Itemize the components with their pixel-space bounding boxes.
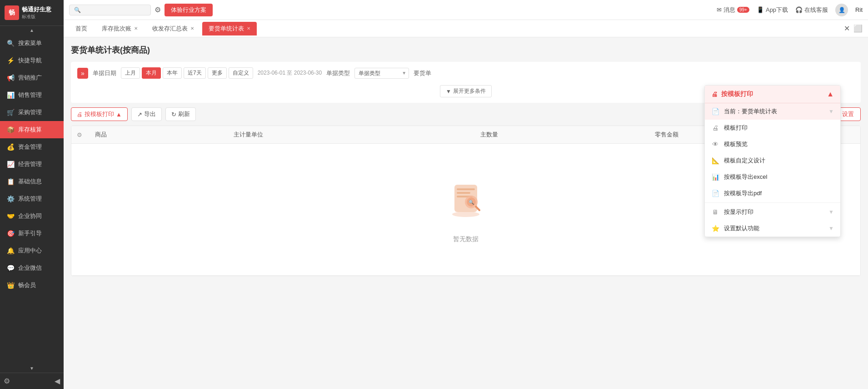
sidebar-item-enterprise[interactable]: 🤝 企业协同 bbox=[0, 207, 64, 225]
sidebar: 畅 畅通好生意 标准版 ▲ 🔍 搜索菜单 ⚡ 快捷导航 📢 营销推广 📊 销售管… bbox=[0, 0, 64, 389]
export-button[interactable]: ↗ 导出 bbox=[131, 107, 162, 121]
dropdown-item-template-preview[interactable]: 👁 模板预览 bbox=[705, 136, 840, 152]
dropdown-display-print-arrow: ▼ bbox=[828, 209, 834, 215]
date-btn-7days[interactable]: 近7天 bbox=[184, 67, 206, 79]
date-label: 单据日期 bbox=[93, 69, 116, 77]
print-dropdown-arrow: ▲ bbox=[116, 111, 122, 118]
dropdown-item-current[interactable]: 📄 当前：要货单统计表 ▼ bbox=[705, 103, 840, 120]
sidebar-item-wechat[interactable]: 💬 企业微信 bbox=[0, 259, 64, 277]
expand-conditions-button[interactable]: ▼ 展开更多条件 bbox=[440, 85, 492, 97]
sidebar-item-search[interactable]: 🔍 搜索菜单 bbox=[0, 35, 64, 52]
filter-expand-button[interactable]: » bbox=[77, 68, 88, 79]
sidebar-item-label: 资金管理 bbox=[18, 143, 42, 151]
refresh-button[interactable]: ↻ 刷新 bbox=[165, 107, 196, 121]
search-placeholder bbox=[83, 7, 84, 13]
printer-icon: 🖨 bbox=[77, 111, 83, 118]
gear-icon: ⚙️ bbox=[6, 195, 15, 203]
content-area: 要货单统计表(按商品) » 单据日期 上月 本月 本年 近7天 更多 自定义 2… bbox=[64, 37, 868, 389]
dropdown-item-template-excel[interactable]: 📊 按模板导出excel bbox=[705, 169, 840, 185]
sidebar-item-system[interactable]: ⚙️ 系统管理 bbox=[0, 190, 64, 207]
expand-conditions-label: 展开更多条件 bbox=[453, 87, 486, 95]
window-close-button[interactable]: ✕ bbox=[844, 24, 850, 33]
user-name[interactable]: Rit bbox=[855, 6, 863, 13]
sidebar-item-sales[interactable]: 📊 销售管理 bbox=[0, 86, 64, 104]
dropdown-item-template-custom[interactable]: 📐 模板自定义设计 bbox=[705, 152, 840, 169]
message-item[interactable]: ✉ 消息 99+ bbox=[717, 6, 749, 14]
sidebar-item-operations[interactable]: 📈 经营管理 bbox=[0, 156, 64, 173]
print-button[interactable]: 🖨 按模板打印 ▲ bbox=[71, 107, 128, 121]
excel-icon: 📊 bbox=[711, 173, 719, 181]
export-label: 导出 bbox=[144, 110, 156, 118]
tab-receipt-summary[interactable]: 收发存汇总表 ✕ bbox=[146, 22, 200, 35]
date-btn-more[interactable]: 更多 bbox=[208, 67, 227, 79]
cargo-label: 要货单 bbox=[414, 69, 431, 77]
tab-order-summary[interactable]: 要货单统计表 ✕ bbox=[202, 22, 257, 35]
sidebar-item-member[interactable]: 👑 畅会员 bbox=[0, 277, 64, 294]
sidebar-scroll-down[interactable]: ▼ bbox=[0, 364, 64, 373]
tab-inventory-batch-close[interactable]: ✕ bbox=[134, 26, 138, 31]
date-btn-prev-month[interactable]: 上月 bbox=[121, 67, 140, 79]
sidebar-item-guide[interactable]: 🎯 新手引导 bbox=[0, 225, 64, 242]
box-icon: 📦 bbox=[6, 126, 15, 134]
dropdown-default-func-label: 设置默认功能 bbox=[724, 224, 824, 232]
page-title: 要货单统计表(按商品) bbox=[71, 45, 861, 56]
online-service-item[interactable]: 🎧 在线客服 bbox=[795, 6, 828, 14]
sidebar-item-basic[interactable]: 📋 基础信息 bbox=[0, 173, 64, 190]
sidebar-item-label: 库存核算 bbox=[18, 126, 42, 134]
sidebar-item-label: 系统管理 bbox=[18, 195, 42, 203]
sidebar-footer: ⚙ ◀ bbox=[0, 373, 64, 389]
bell-icon: 🔔 bbox=[6, 247, 15, 255]
star-icon: ⭐ bbox=[711, 225, 719, 232]
tab-receipt-summary-close[interactable]: ✕ bbox=[190, 26, 194, 31]
dropdown-item-template-print[interactable]: 🖨 模板打印 bbox=[705, 120, 840, 136]
dropdown-item-display-print[interactable]: 🖥 按显示打印 ▼ bbox=[705, 204, 840, 220]
dropdown-header: 🖨 按模板打印 ▲ bbox=[705, 86, 840, 103]
date-btn-this-year[interactable]: 本年 bbox=[163, 67, 182, 79]
topbar-settings-icon[interactable]: ⚙ bbox=[155, 5, 161, 14]
dropdown-current-label: 当前：要货单统计表 bbox=[724, 107, 824, 116]
settings-icon[interactable]: ⚙ bbox=[4, 377, 10, 385]
table-gear-icon[interactable]: ⚙ bbox=[77, 131, 82, 138]
refresh-label: 刷新 bbox=[178, 110, 190, 118]
dropdown-item-template-pdf[interactable]: 📄 按模板导出pdf bbox=[705, 185, 840, 202]
type-select[interactable]: 单据类型 bbox=[354, 68, 409, 79]
window-maximize-button[interactable]: ⬜ bbox=[853, 24, 863, 33]
tab-order-summary-close[interactable]: ✕ bbox=[247, 26, 250, 31]
svg-rect-3 bbox=[457, 192, 470, 194]
col-header-product: 商品 bbox=[90, 126, 228, 144]
tab-home[interactable]: 首页 bbox=[69, 22, 94, 35]
eye-icon: 👁 bbox=[711, 141, 719, 148]
print-label: 按模板打印 bbox=[85, 110, 114, 118]
search-icon: 🔍 bbox=[74, 7, 81, 13]
svg-point-0 bbox=[452, 212, 479, 217]
trial-button[interactable]: 体验行业方案 bbox=[165, 4, 213, 16]
sidebar-item-marketing[interactable]: 📢 营销推广 bbox=[0, 69, 64, 86]
collapse-icon[interactable]: ◀ bbox=[55, 377, 60, 385]
sidebar-item-inventory[interactable]: 📦 库存核算 bbox=[0, 121, 64, 138]
sidebar-item-purchase[interactable]: 🛒 采购管理 bbox=[0, 104, 64, 121]
dropdown-item-default-func[interactable]: ⭐ 设置默认功能 ▼ bbox=[705, 220, 840, 237]
dropdown-close-button[interactable]: ▲ bbox=[827, 90, 834, 98]
date-btn-this-month[interactable]: 本月 bbox=[142, 67, 161, 79]
clipboard-icon: 📋 bbox=[6, 177, 15, 186]
sidebar-item-quick-nav[interactable]: ⚡ 快捷导航 bbox=[0, 52, 64, 69]
type-select-wrapper: 单据类型 ▼ bbox=[354, 68, 409, 79]
avatar[interactable]: 👤 bbox=[835, 4, 848, 16]
sidebar-item-apps[interactable]: 🔔 应用中心 bbox=[0, 242, 64, 259]
sidebar-logo: 畅 畅通好生意 标准版 bbox=[0, 0, 64, 26]
sidebar-item-label: 销售管理 bbox=[18, 91, 42, 99]
dropdown-template-preview-label: 模板预览 bbox=[724, 140, 834, 148]
app-download-item[interactable]: 📱 App下载 bbox=[757, 6, 788, 14]
tab-inventory-batch[interactable]: 库存批次账 ✕ bbox=[95, 22, 144, 35]
topbar-right: ✉ 消息 99+ 📱 App下载 🎧 在线客服 👤 Rit bbox=[717, 4, 863, 16]
tab-inventory-batch-label: 库存批次账 bbox=[102, 25, 131, 33]
sidebar-item-label: 采购管理 bbox=[18, 108, 42, 116]
topbar-search-bar[interactable]: 🔍 bbox=[69, 5, 151, 15]
doc-icon: 📄 bbox=[711, 108, 719, 115]
sidebar-item-finance[interactable]: 💰 资金管理 bbox=[0, 138, 64, 156]
sidebar-item-label: 企业微信 bbox=[18, 264, 42, 272]
money-icon: 💰 bbox=[6, 143, 15, 151]
date-btn-custom[interactable]: 自定义 bbox=[229, 67, 253, 79]
dropdown-title-label: 按模板打印 bbox=[721, 90, 753, 98]
sidebar-scroll-up[interactable]: ▲ bbox=[0, 26, 64, 35]
